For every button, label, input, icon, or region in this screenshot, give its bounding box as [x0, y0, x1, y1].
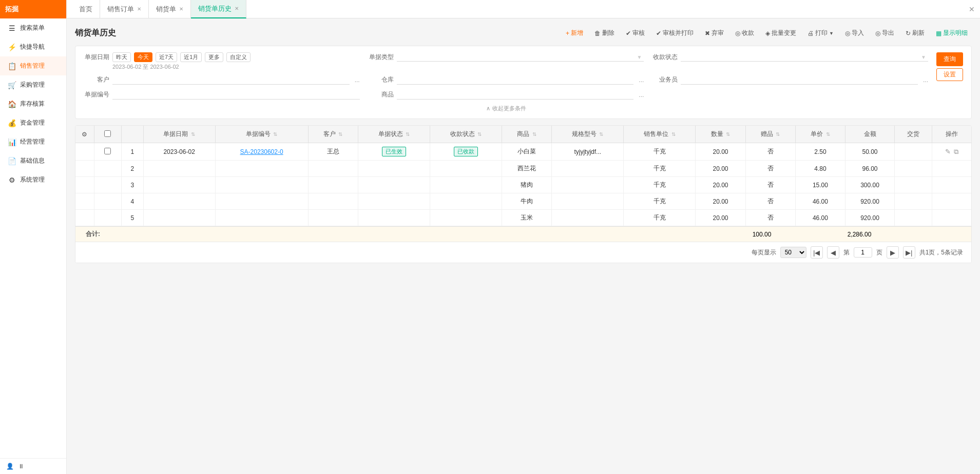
table-footer: 合计: 100.00 2,286.00	[75, 226, 971, 242]
tab-bar: 首页 销售订单 ✕ 销货单 ✕ 销货单历史 ✕ ✕	[67, 0, 980, 18]
abandon-button[interactable]: ✖ 弃审	[701, 27, 728, 40]
filter-warehouse-dots[interactable]: ...	[639, 76, 644, 84]
row-trade	[895, 143, 932, 161]
collapse-button[interactable]: ∧ 收起更多条件	[84, 105, 928, 112]
row-price: 15.00	[795, 177, 845, 193]
filter-salesperson-input[interactable]	[681, 75, 918, 85]
query-button[interactable]: 查询	[936, 52, 963, 66]
row-checkbox[interactable]	[94, 143, 122, 161]
customer-column-header[interactable]: 客户 ⇅	[308, 126, 358, 143]
row-collect-status	[430, 210, 502, 226]
page-size-select[interactable]: 50 10 20 100	[780, 247, 806, 258]
sidebar-item-operations[interactable]: 📊 经营管理	[0, 132, 66, 151]
page-number-input[interactable]	[854, 247, 872, 258]
row-docno[interactable]: SA-20230602-0	[215, 143, 308, 161]
filter-customer-dots[interactable]: ...	[355, 76, 360, 84]
row-checkbox[interactable]	[94, 193, 122, 210]
row-checkbox[interactable]	[94, 177, 122, 193]
collect-button[interactable]: ◎ 收款	[731, 27, 758, 40]
sidebar-item-base-info[interactable]: 📄 基础信息	[0, 151, 66, 170]
tab-sales-order[interactable]: 销售订单 ✕	[100, 0, 149, 18]
audit-button[interactable]: ✔ 审核	[622, 27, 649, 40]
gear-column-header[interactable]: ⚙	[75, 126, 94, 143]
row-index: 5	[122, 210, 143, 226]
print-button[interactable]: 🖨 打印 ▼	[803, 27, 838, 40]
table-row: 12023-06-02SA-20230602-0王总已生效已收款小白菜tyjyj…	[75, 143, 971, 161]
tab-sales-goods-close[interactable]: ✕	[179, 6, 183, 12]
filter-collect-status-select[interactable]: ▼	[681, 53, 928, 62]
docno-sort-icon: ⇅	[273, 131, 277, 137]
date-sort-icon: ⇅	[191, 131, 195, 137]
sidebar-item-purchase[interactable]: 🛒 采购管理	[0, 75, 66, 94]
prev-page-btn[interactable]: ◀	[827, 246, 839, 259]
delete-button[interactable]: 🗑 删除	[590, 27, 619, 40]
docstatus-column-header[interactable]: 单据状态 ⇅	[358, 126, 430, 143]
show-detail-button[interactable]: ▦ 显示明细	[932, 27, 972, 40]
filter-row-2: 客户 ... 仓库 ... 业务员 ...	[84, 75, 928, 85]
tab-sales-history-close[interactable]: ✕	[235, 6, 239, 11]
audit-icon: ✔	[626, 30, 631, 37]
first-page-btn[interactable]: |◀	[811, 246, 823, 259]
filter-goods-input[interactable]	[397, 90, 634, 100]
sidebar-item-sales[interactable]: 📋 销售管理	[0, 56, 66, 75]
sidebar-item-search-menu[interactable]: ☰ 搜索菜单	[0, 18, 66, 37]
filter-goods-dots[interactable]: ...	[639, 91, 644, 98]
last-page-btn[interactable]: ▶|	[903, 246, 915, 259]
sidebar-bottom: 👤 ⏸	[0, 458, 66, 474]
row-docno-link[interactable]: SA-20230602-0	[240, 148, 283, 155]
row-price: 4.80	[795, 161, 845, 177]
date-column-header[interactable]: 单据日期 ⇅	[143, 126, 215, 143]
tab-sales-goods[interactable]: 销货单 ✕	[149, 0, 191, 18]
filter-warehouse-input[interactable]	[397, 75, 634, 85]
audit-print-button[interactable]: ✔ 审核并打印	[652, 27, 698, 40]
tab-sales-history[interactable]: 销货单历史 ✕	[191, 0, 246, 18]
filter-docno-input[interactable]	[112, 90, 360, 100]
docno-column-header[interactable]: 单据编号 ⇅	[215, 126, 308, 143]
import-button[interactable]: ◎ 导入	[841, 27, 868, 40]
import-icon: ◎	[845, 30, 850, 37]
spec-column-header[interactable]: 规格型号 ⇅	[552, 126, 624, 143]
refresh-button[interactable]: ↻ 刷新	[901, 27, 929, 40]
batch-change-button[interactable]: ◈ 批量变更	[761, 27, 800, 40]
sidebar-item-quick-nav[interactable]: ⚡ 快捷导航	[0, 37, 66, 56]
edit-icon[interactable]: ✎	[945, 148, 951, 156]
sidebar-item-finance[interactable]: 💰 资金管理	[0, 113, 66, 132]
tab-sales-order-close[interactable]: ✕	[137, 6, 141, 12]
row-customer	[308, 193, 358, 210]
checkbox-column-header[interactable]	[94, 126, 122, 143]
date-btn-more[interactable]: 更多	[205, 52, 223, 62]
sidebar-item-inventory[interactable]: 🏠 库存核算	[0, 94, 66, 113]
row-amount: 300.00	[846, 177, 895, 193]
window-close-btn[interactable]: ✕	[969, 5, 975, 13]
setting-button[interactable]: 设置	[936, 68, 963, 81]
gift-column-header[interactable]: 赠品 ⇅	[745, 126, 795, 143]
row-checkbox-input[interactable]	[104, 148, 111, 154]
filter-customer-input[interactable]	[112, 75, 350, 85]
row-customer	[308, 210, 358, 226]
price-column-header[interactable]: 单价 ⇅	[795, 126, 845, 143]
filter-salesperson-dots[interactable]: ...	[923, 76, 928, 84]
date-btn-custom[interactable]: 自定义	[226, 52, 251, 62]
qty-column-header[interactable]: 数量 ⇅	[696, 126, 745, 143]
goods-column-header[interactable]: 商品 ⇅	[502, 126, 551, 143]
row-checkbox[interactable]	[94, 210, 122, 226]
row-checkbox[interactable]	[94, 161, 122, 177]
next-page-btn[interactable]: ▶	[887, 246, 899, 259]
unit-column-header[interactable]: 销售单位 ⇅	[624, 126, 696, 143]
row-spec	[552, 210, 624, 226]
select-all-checkbox[interactable]	[104, 130, 111, 137]
tab-home[interactable]: 首页	[72, 0, 100, 18]
sidebar-user-btn[interactable]: 👤 ⏸	[0, 459, 66, 474]
add-button[interactable]: + 新增	[562, 27, 587, 40]
filter-doc-type-select[interactable]: ▼	[397, 53, 644, 62]
sidebar-item-sys-admin[interactable]: ⚙ 系统管理	[0, 170, 66, 189]
row-customer	[308, 177, 358, 193]
collectstatus-column-header[interactable]: 收款状态 ⇅	[430, 126, 502, 143]
date-btn-yesterday[interactable]: 昨天	[112, 52, 131, 62]
copy-icon[interactable]: ⧉	[954, 148, 958, 156]
date-btn-today[interactable]: 今天	[134, 52, 152, 62]
export-button[interactable]: ◎ 导出	[871, 27, 898, 40]
date-btn-7days[interactable]: 近7天	[156, 52, 177, 62]
date-btn-1month[interactable]: 近1月	[180, 52, 202, 62]
row-docno	[215, 177, 308, 193]
